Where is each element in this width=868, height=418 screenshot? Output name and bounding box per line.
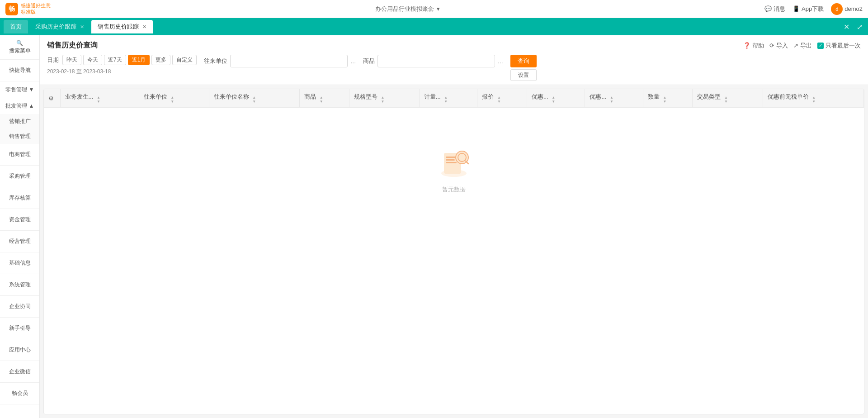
search-icon: 🔍 (16, 40, 23, 46)
th-partner-code[interactable]: 往来单位 ▲ ▼ (139, 89, 209, 108)
logo-text: 畅捷通好生意 标准版 (21, 3, 51, 14)
th-goods[interactable]: 商品 ▲ ▼ (300, 89, 349, 108)
tab-bar-actions: ✕ ⤢ (842, 23, 864, 31)
sidebar-item-enterprise[interactable]: 企业协同 (0, 296, 39, 318)
sidebar-item-member[interactable]: 畅会员 (0, 383, 39, 404)
goods-input[interactable] (377, 55, 495, 67)
sort-arrows: ▲ ▼ (170, 96, 174, 104)
setting-button[interactable]: 设置 (510, 69, 537, 81)
sidebar: 🔍 搜索菜单 快捷导航 零售管理 ▼ 批发管理 ▲ 营销推广 销售管理 电商管理… (0, 35, 40, 418)
checkbox-checked-icon: ✓ (817, 43, 824, 49)
partner-input[interactable] (230, 55, 348, 67)
tab-bar: 首页 采购历史价跟踪 ✕ 销售历史价跟踪 ✕ ✕ ⤢ (0, 18, 868, 35)
message-nav[interactable]: 💬 消息 (764, 5, 785, 13)
query-button[interactable]: 查询 (510, 55, 537, 67)
settings-icon[interactable]: ⚙ (48, 95, 54, 102)
table-container: ⚙ 业务发生... ▲ ▼ 往来单位 ▲ (43, 89, 864, 414)
user-profile[interactable]: d demo2 (831, 3, 863, 15)
sidebar-item-quick-nav[interactable]: 快捷导航 (0, 60, 39, 81)
export-btn[interactable]: ↗ 导出 (793, 42, 812, 50)
sort-arrows: ▲ ▼ (610, 96, 613, 104)
app-download-nav[interactable]: 📱 App下载 (793, 5, 824, 13)
avatar: d (831, 3, 843, 15)
chevron-up-icon: ▲ (29, 103, 34, 109)
th-trade-type[interactable]: 交易类型 ▲ ▼ (693, 89, 763, 108)
sort-arrows: ▲ ▼ (97, 96, 100, 104)
close-tab-btn[interactable]: ✕ (842, 23, 851, 31)
app-selector[interactable]: 办公用品行业模拟账套 ▾ (375, 5, 440, 13)
date-filter-group: 日期 昨天 今天 近7天 近1月 更多 自定义 2023-02-18 至 202… (47, 55, 197, 76)
sidebar-item-ecommerce[interactable]: 电商管理 (0, 144, 39, 166)
message-icon: 💬 (764, 5, 772, 12)
goods-dots[interactable]: ... (498, 57, 503, 65)
sidebar-item-basic[interactable]: 基础信息 (0, 252, 39, 274)
sidebar-item-wx[interactable]: 企业微信 (0, 361, 39, 383)
view-last-checkbox[interactable]: ✓ 只看最后一次 (817, 42, 861, 50)
th-partner-name[interactable]: 往来单位名称 ▲ ▼ (209, 89, 300, 108)
date-btn-7days[interactable]: 近7天 (104, 55, 126, 65)
page-title: 销售历史价查询 (47, 41, 98, 50)
svg-rect-3 (446, 159, 455, 161)
logo-area[interactable]: 畅 畅捷通好生意 标准版 (5, 3, 51, 15)
sidebar-item-system[interactable]: 系统管理 (0, 274, 39, 296)
sort-arrows: ▲ ▼ (552, 96, 555, 104)
sort-arrows: ▲ ▼ (812, 96, 816, 104)
maximize-btn[interactable]: ⤢ (855, 23, 864, 31)
top-bar: 畅 畅捷通好生意 标准版 办公用品行业模拟账套 ▾ 💬 消息 📱 App下载 d… (0, 0, 868, 18)
table-header: ⚙ 业务发生... ▲ ▼ 往来单位 ▲ (44, 89, 864, 108)
top-bar-right: 💬 消息 📱 App下载 d demo2 (764, 3, 863, 15)
date-btn-1month[interactable]: 近1月 (128, 55, 150, 65)
sort-arrows: ▲ ▼ (381, 96, 384, 104)
sidebar-item-marketing[interactable]: 营销推广 (0, 114, 39, 129)
date-btn-more[interactable]: 更多 (151, 55, 170, 65)
filter-area: 日期 昨天 今天 近7天 近1月 更多 自定义 2023-02-18 至 202… (47, 55, 861, 81)
tab-purchase[interactable]: 采购历史价跟踪 ✕ (29, 20, 90, 33)
date-btn-today[interactable]: 今天 (83, 55, 102, 65)
th-tax-price[interactable]: 优惠前无税单价 ▲ ▼ (763, 89, 863, 108)
tab-sales[interactable]: 销售历史价跟踪 ✕ (91, 20, 153, 33)
th-qty[interactable]: 数量 ▲ ▼ (643, 89, 693, 108)
page-header: 销售历史价查询 ❓ 帮助 ⟳ 导入 ↗ 导出 ✓ (40, 35, 868, 85)
sort-arrows: ▲ ▼ (444, 96, 448, 104)
chevron-down-icon: ▼ (29, 86, 34, 93)
export-icon: ↗ (793, 42, 798, 49)
th-discount1[interactable]: 优惠... ▲ ▼ (527, 89, 585, 108)
sidebar-item-guide[interactable]: 新手引导 (0, 318, 39, 339)
date-btn-yesterday[interactable]: 昨天 (62, 55, 81, 65)
import-btn[interactable]: ⟳ 导入 (769, 42, 788, 50)
th-spec[interactable]: 规格型号 ▲ ▼ (349, 89, 419, 108)
sidebar-item-operation[interactable]: 经营管理 (0, 231, 39, 252)
th-discount2[interactable]: 优惠... ▲ ▼ (585, 89, 643, 108)
sidebar-item-search[interactable]: 🔍 搜索菜单 (0, 35, 39, 60)
table-body: 暂元数据 (44, 108, 864, 230)
tab-sales-close[interactable]: ✕ (142, 24, 146, 30)
date-btn-custom[interactable]: 自定义 (172, 55, 197, 65)
partner-dots[interactable]: ... (350, 57, 356, 65)
th-settings[interactable]: ⚙ (44, 89, 60, 108)
help-btn[interactable]: ❓ 帮助 (743, 42, 764, 50)
tab-purchase-close[interactable]: ✕ (80, 24, 84, 30)
query-btn-group: 查询 设置 (510, 55, 537, 81)
tab-home[interactable]: 首页 (4, 20, 28, 33)
page-actions: ❓ 帮助 ⟳ 导入 ↗ 导出 ✓ 只看最后一次 (743, 42, 861, 50)
sidebar-item-wholesale[interactable]: 批发管理 ▲ (0, 98, 39, 114)
import-icon: ⟳ (769, 42, 774, 49)
date-buttons: 昨天 今天 近7天 近1月 更多 自定义 (62, 55, 197, 65)
sidebar-item-retail[interactable]: 零售管理 ▼ (0, 81, 39, 98)
th-unit[interactable]: 计量... ▲ ▼ (419, 89, 477, 108)
th-biz-date[interactable]: 业务发生... ▲ ▼ (60, 89, 139, 108)
empty-text: 暂元数据 (442, 185, 466, 194)
date-filter-row: 日期 昨天 今天 近7天 近1月 更多 自定义 (47, 55, 197, 65)
th-quote[interactable]: 报价 ▲ ▼ (477, 89, 527, 108)
sidebar-item-purchase[interactable]: 采购管理 (0, 166, 39, 187)
sort-arrows: ▲ ▼ (320, 96, 323, 104)
sidebar-item-sales-mgmt[interactable]: 销售管理 (0, 129, 39, 144)
main-layout: 🔍 搜索菜单 快捷导航 零售管理 ▼ 批发管理 ▲ 营销推广 销售管理 电商管理… (0, 35, 868, 418)
sidebar-item-finance[interactable]: 资金管理 (0, 209, 39, 231)
sidebar-item-app-center[interactable]: 应用中心 (0, 339, 39, 361)
sort-arrows: ▲ ▼ (252, 96, 256, 104)
sidebar-item-inventory[interactable]: 库存核算 (0, 187, 39, 209)
date-range-display: 2023-02-18 至 2023-03-18 (47, 68, 197, 76)
empty-state: 暂元数据 (44, 108, 864, 230)
sort-arrows: ▲ ▼ (497, 96, 501, 104)
